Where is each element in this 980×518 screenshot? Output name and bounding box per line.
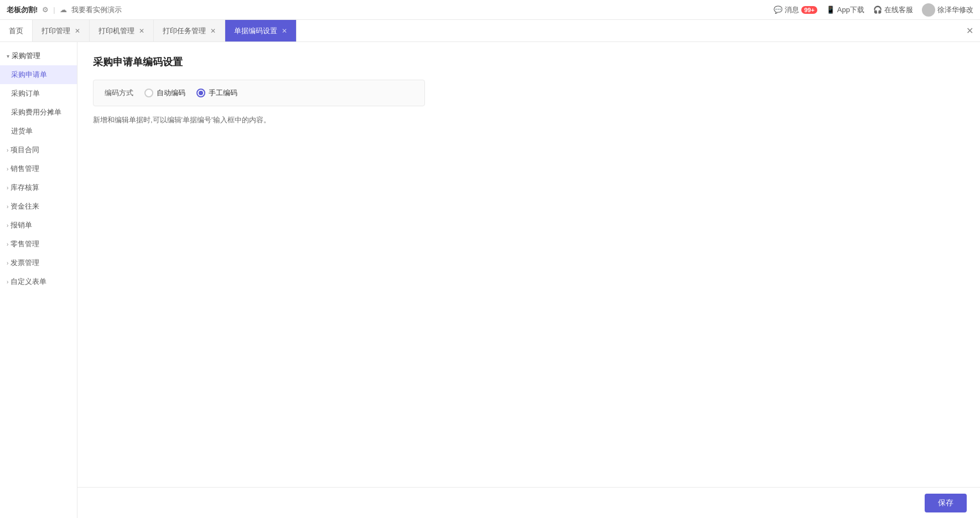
message-icon: 💬 [774, 6, 782, 14]
sidebar-group-fund[interactable]: › 资金往来 [0, 197, 77, 216]
tab-print-task-manage-close[interactable]: ✕ [210, 27, 216, 35]
user-name: 徐泽华修改 [937, 5, 973, 15]
sidebar-group-inventory[interactable]: › 库存核算 [0, 178, 77, 197]
page-footer: 保存 [77, 487, 980, 518]
chevron-down-icon: ▾ [7, 53, 9, 59]
main-content: 采购申请单编码设置 编码方式 自动编码 手工编码 新增和编辑单据时,可以编辑'单… [77, 42, 980, 518]
tab-home-label: 首页 [9, 26, 23, 36]
radio-auto-circle [144, 89, 153, 97]
tab-print-task-manage-label: 打印任务管理 [163, 26, 206, 36]
sidebar-group-project-contract[interactable]: › 项目合同 [0, 141, 77, 159]
message-badge: 99+ [801, 6, 817, 14]
top-bar-left: 老板勿割! ⚙ | ☁ 我要看实例演示 [7, 5, 122, 15]
avatar [922, 3, 935, 17]
chevron-right-icon-5: › [7, 222, 8, 229]
layout: ▾ 采购管理 采购申请单 采购订单 采购费用分摊单 进货单 › 项目合同 › 销… [0, 42, 980, 518]
sidebar-group-inventory-label: 库存核算 [11, 183, 39, 193]
chevron-right-icon-6: › [7, 241, 8, 247]
tab-printer-manage[interactable]: 打印机管理 ✕ [90, 20, 154, 42]
chevron-right-icon: › [7, 147, 8, 153]
page-title: 采购申请单编码设置 [93, 55, 965, 69]
sidebar-item-stock-in-label: 进货单 [11, 127, 33, 135]
tab-printer-manage-label: 打印机管理 [98, 26, 134, 36]
sidebar-group-returns-label: 报销单 [11, 220, 32, 230]
headset-icon: 🎧 [873, 6, 882, 14]
tab-home[interactable]: 首页 [0, 20, 33, 42]
top-bar: 老板勿割! ⚙ | ☁ 我要看实例演示 💬 消息 99+ 📱 App下载 🎧 在… [0, 0, 980, 20]
sidebar-item-stock-in[interactable]: 进货单 [0, 122, 77, 141]
tab-single-code-settings[interactable]: 单据编码设置 ✕ [225, 20, 297, 42]
message-label: 消息 [785, 5, 799, 15]
online-service-label: 在线客服 [884, 5, 913, 15]
sidebar-item-purchase-order[interactable]: 采购订单 [0, 84, 77, 103]
tab-printer-manage-close[interactable]: ✕ [139, 27, 144, 35]
hint-text: 新增和编辑单据时,可以编辑'单据编号'输入框中的内容。 [93, 115, 965, 125]
sidebar-item-purchase-order-label: 采购订单 [11, 89, 40, 97]
sidebar-group-project-contract-label: 项目合同 [11, 145, 39, 155]
sidebar-group-custom-forms-label: 自定义表单 [11, 277, 46, 287]
user-profile[interactable]: 徐泽华修改 [922, 3, 973, 17]
sidebar-group-custom-forms[interactable]: › 自定义表单 [0, 272, 77, 291]
encode-method-label: 编码方式 [105, 88, 133, 98]
tab-print-task-manage[interactable]: 打印任务管理 ✕ [154, 20, 225, 42]
page-content-area: 采购申请单编码设置 编码方式 自动编码 手工编码 新增和编辑单据时,可以编辑'单… [77, 42, 980, 487]
sidebar-group-retail-label: 零售管理 [11, 239, 39, 249]
tab-print-manage-label: 打印管理 [42, 26, 70, 36]
online-service-action[interactable]: 🎧 在线客服 [873, 5, 913, 15]
app-icon: 📱 [826, 6, 835, 14]
radio-auto-encode[interactable]: 自动编码 [144, 88, 185, 98]
tab-bar: 首页 打印管理 ✕ 打印机管理 ✕ 打印任务管理 ✕ 单据编码设置 ✕ ✕ [0, 20, 980, 42]
auto-encode-label: 自动编码 [157, 88, 185, 98]
manual-encode-label: 手工编码 [209, 88, 237, 98]
sidebar-group-invoice-label: 发票管理 [11, 258, 39, 268]
encode-radio-group: 自动编码 手工编码 [144, 88, 237, 98]
tab-single-code-label: 单据编码设置 [234, 26, 277, 36]
sidebar-item-purchase-request-label: 采购申请单 [11, 70, 47, 79]
top-bar-right: 💬 消息 99+ 📱 App下载 🎧 在线客服 徐泽华修改 [774, 3, 973, 17]
sidebar-group-fund-label: 资金往来 [11, 201, 39, 211]
tab-print-manage[interactable]: 打印管理 ✕ [33, 20, 90, 42]
chevron-right-icon-4: › [7, 204, 8, 210]
sidebar-group-purchase-manage-label: 采购管理 [12, 51, 40, 61]
sidebar-group-sales-manage-label: 销售管理 [11, 164, 39, 174]
app-download-action[interactable]: 📱 App下载 [826, 5, 864, 15]
chevron-right-icon-7: › [7, 260, 8, 266]
app-download-label: App下载 [837, 5, 864, 15]
sidebar-item-purchase-expense-label: 采购费用分摊单 [11, 108, 61, 116]
logo-text: 老板勿割! [7, 5, 38, 15]
tab-bar-close-all[interactable]: ✕ [960, 20, 980, 42]
radio-manual-circle [196, 89, 205, 97]
sidebar-group-purchase-manage[interactable]: ▾ 采购管理 [0, 46, 77, 65]
sidebar-group-retail[interactable]: › 零售管理 [0, 235, 77, 253]
radio-manual-encode[interactable]: 手工编码 [196, 88, 237, 98]
save-button[interactable]: 保存 [925, 494, 967, 512]
encode-section: 编码方式 自动编码 手工编码 [93, 80, 425, 106]
chevron-right-icon-2: › [7, 166, 8, 172]
sidebar-group-invoice[interactable]: › 发票管理 [0, 253, 77, 272]
sidebar-item-purchase-request[interactable]: 采购申请单 [0, 65, 77, 84]
demo-text[interactable]: 我要看实例演示 [71, 5, 122, 15]
settings-icon[interactable]: ⚙ [42, 6, 49, 14]
sidebar-item-purchase-expense[interactable]: 采购费用分摊单 [0, 103, 77, 122]
message-action[interactable]: 💬 消息 99+ [774, 5, 817, 15]
sidebar: ▾ 采购管理 采购申请单 采购订单 采购费用分摊单 进货单 › 项目合同 › 销… [0, 42, 77, 518]
tab-print-manage-close[interactable]: ✕ [75, 27, 80, 35]
chevron-right-icon-8: › [7, 279, 8, 285]
sidebar-group-sales-manage[interactable]: › 销售管理 [0, 159, 77, 178]
cloud-icon: ☁ [60, 6, 67, 14]
tab-single-code-close[interactable]: ✕ [282, 27, 287, 35]
sidebar-group-returns[interactable]: › 报销单 [0, 216, 77, 235]
chevron-right-icon-3: › [7, 185, 8, 191]
